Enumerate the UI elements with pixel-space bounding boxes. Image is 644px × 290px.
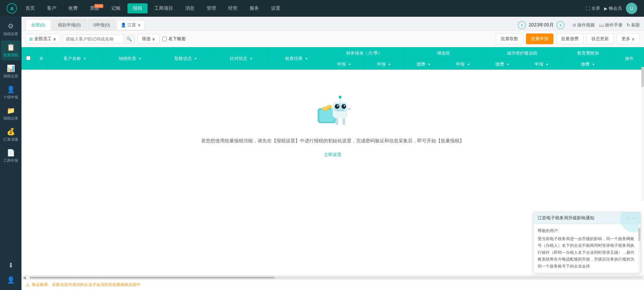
sort-icon[interactable]: ▼ [592,63,595,66]
nav-service[interactable]: 服务 [244,3,264,13]
sidebar-item-annual-report[interactable]: 📄 工商年报 [1,146,20,166]
sort-icon[interactable]: ▼ [249,57,253,61]
nav-operation[interactable]: 经营 [223,3,243,13]
notification-panel: 江苏电子税务局升级影响通知 × — 尊敬的用户: 受当前电子税务局进一步升级的影… [533,212,641,273]
data-table: ⚙ 客户名称 ▼ 纳税性质 ▼ 取数状态 ▼ [21,47,644,178]
status-update-button[interactable]: 状态更新 [586,33,614,44]
top-nav-right: ⛶ 全屏 ▶ 畅会员 U [586,3,637,14]
download-icon: ⬇ [8,261,14,269]
nav-menu: 首页 客户 收费 票据 NEW 记账 报税 工商项目 消息 管理 经营 服务 设… [20,3,586,13]
chevron-down-icon: ∨ [632,37,635,42]
sort-icon[interactable]: ▼ [388,63,391,66]
nav-settings[interactable]: 设置 [266,3,286,13]
prev-month-button[interactable]: ‹ [518,21,526,29]
nav-message[interactable]: 消息 [180,3,200,13]
sort-icon[interactable]: ▼ [506,63,509,66]
account-checkbox[interactable] [162,37,167,41]
batch-tax-icon: 📋 [7,43,15,51]
tabs-right-actions: ⊙ 操作视频 📖 操作手册 ↻ 刷新 [573,22,640,28]
sort-icon[interactable]: ▼ [428,63,431,66]
notif-scrollbar[interactable] [638,224,640,273]
sidebar-item-download[interactable]: ⬇ [1,259,20,272]
avatar[interactable]: U [626,3,637,14]
manual-icon: 📖 [599,22,604,27]
notification-content: 受当前电子税务局进一步升级的影响，同一个政务网账号（办税人）名下的企业不能再同时… [538,235,636,270]
sidebar-item-tax-settings[interactable]: ⚙ 报税设置 [1,19,20,39]
annual-report-icon: 📄 [7,149,15,157]
nav-tax[interactable]: 报税 [127,3,148,13]
sidebar-item-batch-tax[interactable]: 📋 批量报税 [1,41,20,60]
check-result-header: 检查结果 ▼ [269,48,324,70]
customer-name-header: 客户名称 ▼ [47,48,103,70]
horizontal-scrollbar[interactable]: ◀ [21,275,644,279]
search-input[interactable] [63,35,123,43]
vat-declare-header: 申报 ▼ [364,59,404,70]
close-icon[interactable]: × [627,216,630,220]
batch-declare-button[interactable]: 批量申报 [526,33,553,44]
nav-home[interactable]: 首页 [20,3,40,13]
tax-settings-icon: ⚙ [8,22,14,30]
search-button[interactable]: 🔍 [123,35,135,43]
setup-link[interactable]: 立即设置 [324,152,341,158]
scrollbar-track [30,277,643,279]
sort-icon[interactable]: ▼ [467,63,470,66]
svg-rect-14 [337,110,344,111]
fullscreen-icon: ⛶ [586,6,590,11]
nav-accounting[interactable]: 记账 [106,3,126,13]
sidebar-item-tax-overview[interactable]: 📊 报税总览 [1,62,20,81]
nav-customer[interactable]: 客户 [42,3,62,13]
right-scrollbar[interactable] [641,67,644,201]
education-fee-header: 教育费附加 [561,48,615,59]
nav-business[interactable]: 工商项目 [149,3,178,13]
notification-greeting: 尊敬的用户: [538,227,636,234]
more-button[interactable]: 更多 ∨ [616,33,640,44]
sort-icon[interactable]: ▼ [348,63,352,66]
nav-manage[interactable]: 管理 [201,3,221,13]
user-icon: 👤 [121,22,126,27]
notification-title: 江苏电子税务局升级影响通知 [538,215,594,221]
edu-declare-header: 申报 ▼ [522,59,561,70]
province-selector[interactable]: 👤 江苏 ∨ [117,20,145,30]
tab-all[interactable]: 全部(0) [25,19,51,30]
sort-icon[interactable]: ▼ [305,57,308,61]
member-button[interactable]: ▶ 畅会员 [604,5,622,11]
sidebar-item-tax-record[interactable]: 📁 报税记录 [1,104,20,124]
next-month-button[interactable]: › [556,21,565,29]
settings-header[interactable]: ⚙ [35,48,47,70]
vat-header: 增值税 [404,48,483,59]
chevron-down-icon: ∨ [138,22,141,27]
sort-icon[interactable]: ▼ [83,57,87,61]
sidebar-item-profile[interactable]: 👤 [1,273,20,287]
sort-icon[interactable]: ▼ [139,57,142,61]
current-month: 2023年05月 [529,22,554,28]
batch-pay-button[interactable]: 批量缴费 [556,33,584,44]
operation-video-link[interactable]: ⊙ 操作视频 [573,22,595,28]
filter-button[interactable]: 筛选 ∨ [138,34,160,44]
svg-rect-20 [342,118,345,125]
chevron-down-icon: ∨ [152,37,155,42]
scrollbar-thumb [30,277,275,279]
fullscreen-button[interactable]: ⛶ 全屏 [586,5,600,11]
personal-tax-icon: 👤 [7,85,15,93]
nav-invoice[interactable]: 票据 NEW [85,3,105,13]
sort-icon[interactable]: ▼ [194,57,197,61]
tab-zero-declare[interactable]: 0申报(0) [88,19,116,30]
toolbar-right: 批量取数 批量申报 批量缴费 状态更新 更多 ∨ [496,33,640,44]
nav-fee[interactable]: 收费 [63,3,83,13]
batch-fetch-button[interactable]: 批量取数 [496,33,523,44]
sidebar-item-personal-tax[interactable]: 👤 个税申报 [1,83,20,102]
refresh-link[interactable]: ↻ 刷新 [627,22,640,28]
employee-selector[interactable]: ⊞ 全部员工 ∨ [25,34,60,44]
minimize-icon[interactable]: — [632,216,636,220]
app-logo[interactable]: 易 [3,0,20,17]
tab-tax-declare[interactable]: 税款申报(0) [52,19,87,30]
sidebar-item-settlement[interactable]: 💰 汇算清缴 [1,125,20,145]
select-all-checkbox[interactable] [26,56,31,60]
notif-scroll-thumb [638,228,640,241]
checkbox-header [22,48,35,70]
sort-icon[interactable]: ▼ [546,63,549,66]
operation-manual-link[interactable]: 📖 操作手册 [599,22,623,28]
notification-body: 尊敬的用户: 受当前电子税务局进一步升级的影响，同一个政务网账号（办税人）名下的… [534,224,640,273]
account-checkbox-label[interactable]: 名下账套 [162,36,186,42]
city-pay-header: 缴费 ▼ [483,59,522,70]
